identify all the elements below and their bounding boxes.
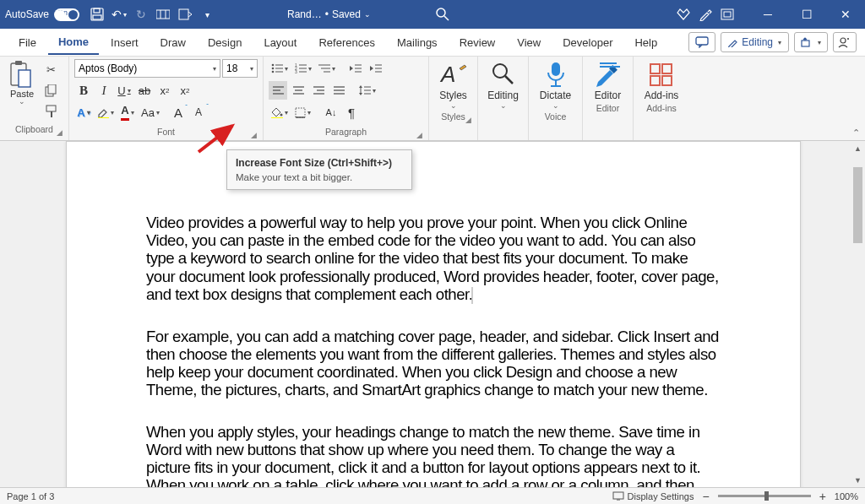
tab-developer[interactable]: Developer: [552, 31, 623, 54]
format-painter-button[interactable]: [41, 102, 61, 121]
numbering-button[interactable]: 123▾: [292, 59, 314, 78]
zoom-level[interactable]: 100%: [835, 491, 858, 501]
italic-button[interactable]: I: [95, 81, 113, 100]
autosave-toggle[interactable]: AutoSave On: [5, 8, 79, 21]
bold-button[interactable]: B: [74, 81, 93, 100]
premium-icon[interactable]: [672, 3, 694, 26]
paragraph-launcher[interactable]: ◢: [414, 129, 425, 140]
close-button[interactable]: ✕: [826, 0, 865, 29]
highlight-button[interactable]: ▾: [95, 103, 117, 122]
collab-button[interactable]: [833, 32, 857, 52]
page-indicator[interactable]: Page 1 of 3: [7, 491, 54, 501]
increase-font-size-button[interactable]: Aˆ: [169, 103, 188, 122]
app-icon[interactable]: [716, 3, 738, 26]
document-body[interactable]: Video provides a powerful way to help yo…: [146, 214, 721, 487]
line-spacing-button[interactable]: ▾: [356, 81, 378, 100]
undo-icon[interactable]: ↶ ▾: [108, 3, 130, 26]
addins-button[interactable]: Add-ins: [639, 58, 684, 103]
font-color-button[interactable]: A▾: [118, 103, 137, 122]
zoom-in-button[interactable]: +: [819, 490, 826, 503]
paragraph-3[interactable]: When you apply styles, your headings cha…: [146, 423, 721, 487]
tab-help[interactable]: Help: [624, 31, 667, 54]
bullets-button[interactable]: ▾: [269, 59, 291, 78]
tab-design[interactable]: Design: [198, 31, 252, 54]
increase-indent-button[interactable]: [367, 59, 385, 78]
paragraph-2[interactable]: For example, you can add a matching cove…: [146, 328, 721, 399]
multilevel-list-button[interactable]: ▾: [316, 59, 338, 78]
group-addins: Add-ins Add-ins: [634, 57, 689, 140]
editing-button[interactable]: Editing⌄: [483, 58, 523, 111]
tab-references[interactable]: References: [308, 31, 384, 54]
paragraph-1[interactable]: Video provides a powerful way to help yo…: [146, 214, 721, 304]
show-marks-button[interactable]: ¶: [342, 103, 361, 122]
editor-button[interactable]: Editor: [588, 58, 628, 103]
group-editing: Editing⌄: [478, 57, 529, 140]
superscript-button[interactable]: x2: [176, 81, 194, 100]
borders-button[interactable]: ▾: [292, 103, 313, 122]
tab-file[interactable]: File: [8, 31, 46, 54]
editing-mode-button[interactable]: Editing▾: [721, 32, 789, 52]
group-editor: Editor Editor: [583, 57, 634, 140]
decrease-font-size-button[interactable]: Aˇ: [189, 103, 208, 122]
coming-soon-icon[interactable]: [694, 3, 716, 26]
align-center-button[interactable]: [289, 81, 307, 100]
subscript-button[interactable]: x2: [155, 81, 174, 100]
save-icon[interactable]: [86, 3, 108, 26]
tab-insert[interactable]: Insert: [101, 31, 149, 54]
svg-point-25: [272, 71, 275, 73]
dictate-button[interactable]: Dictate⌄: [534, 58, 577, 111]
styles-icon: A: [439, 60, 468, 89]
align-right-button[interactable]: [309, 81, 328, 100]
document-title[interactable]: Rand… • Saved ⌄: [287, 8, 371, 20]
clipboard-launcher[interactable]: ◢: [54, 127, 65, 138]
zoom-slider[interactable]: [718, 495, 811, 497]
sort-button[interactable]: A↓: [322, 103, 340, 122]
change-case-button[interactable]: Aa▾: [139, 103, 162, 122]
redo-icon[interactable]: ↻: [130, 3, 152, 26]
minimize-button[interactable]: ─: [748, 0, 787, 29]
svg-rect-20: [98, 117, 109, 118]
align-left-button[interactable]: [269, 81, 287, 100]
tab-layout[interactable]: Layout: [253, 31, 307, 54]
strikethrough-button[interactable]: ab: [135, 81, 154, 100]
display-settings-button[interactable]: Display Settings: [612, 491, 694, 501]
justify-button[interactable]: [329, 81, 348, 100]
search-icon[interactable]: [431, 3, 454, 26]
tab-mailings[interactable]: Mailings: [387, 31, 448, 54]
scroll-track[interactable]: [851, 155, 865, 473]
collapse-ribbon-button[interactable]: ⌃: [852, 127, 860, 138]
styles-launcher[interactable]: ◢: [463, 114, 474, 125]
qat-customize-icon[interactable]: ▾: [196, 3, 218, 26]
shading-button[interactable]: ▾: [269, 103, 291, 122]
tab-draw[interactable]: Draw: [150, 31, 196, 54]
addins-icon: [647, 60, 676, 89]
underline-button[interactable]: U▾: [115, 81, 133, 100]
scroll-thumb[interactable]: [853, 167, 862, 243]
cut-button[interactable]: ✂: [41, 60, 61, 79]
text-effects-button[interactable]: A▾: [74, 103, 93, 122]
share-button[interactable]: ▾: [794, 32, 828, 52]
svg-rect-74: [662, 76, 672, 85]
font-launcher[interactable]: ◢: [248, 129, 259, 140]
qat-icon-1[interactable]: [152, 3, 174, 26]
document-page[interactable]: Video provides a powerful way to help yo…: [66, 141, 801, 487]
styles-button[interactable]: A Styles⌄: [434, 58, 472, 111]
decrease-indent-button[interactable]: [346, 59, 365, 78]
qat-icon-2[interactable]: [174, 3, 196, 26]
scroll-down-button[interactable]: ▼: [851, 473, 865, 487]
scroll-up-button[interactable]: ▲: [851, 141, 865, 155]
copy-button[interactable]: [41, 81, 61, 100]
comments-button[interactable]: [688, 32, 715, 52]
group-label-paragraph: Paragraph◢: [269, 127, 423, 140]
maximize-button[interactable]: ☐: [787, 0, 826, 29]
font-name-combo[interactable]: Aptos (Body)▾: [74, 59, 220, 78]
vertical-scrollbar[interactable]: ▲ ▼: [851, 141, 865, 487]
svg-rect-18: [48, 84, 56, 94]
group-label-styles: Styles◢: [434, 111, 472, 125]
font-size-combo[interactable]: 18▾: [222, 59, 258, 78]
tab-home[interactable]: Home: [48, 30, 99, 55]
zoom-out-button[interactable]: −: [702, 490, 709, 503]
tab-review[interactable]: Review: [449, 31, 506, 54]
tab-view[interactable]: View: [507, 31, 551, 54]
paste-button[interactable]: Paste ⌄: [5, 58, 39, 124]
